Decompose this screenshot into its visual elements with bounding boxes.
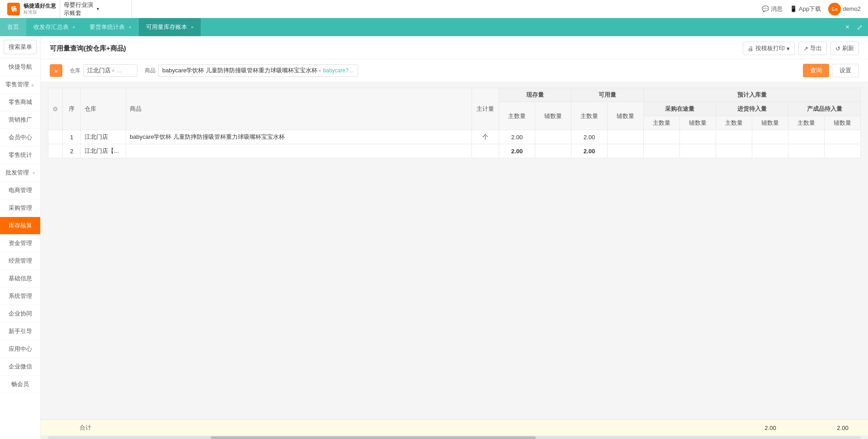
table-scrollbar[interactable]: [41, 435, 868, 439]
sidebar-item-vip-member[interactable]: 畅会员: [0, 376, 40, 393]
row2-unit: [472, 144, 499, 158]
tab-available-stock[interactable]: 可用量库存账本 ×: [139, 18, 201, 36]
col-available-header: 可用量: [571, 88, 644, 102]
table-settings-icon[interactable]: ⚙: [52, 105, 58, 113]
sidebar-item-enterprise-collab[interactable]: 企业协同: [0, 305, 40, 323]
sidebar-item-enterprise-wechat[interactable]: 企业微信: [0, 358, 40, 376]
tab-receive-pay-close[interactable]: ×: [72, 24, 75, 30]
col-inbound-main-header: 主数量: [716, 116, 752, 130]
purchase-mgmt-label: 采购管理: [9, 204, 32, 211]
row1-purchase-main: [644, 130, 680, 144]
product-tag-0: babycare学饮杯 儿童防摔防撞吸管杯重力球吸嘴杯宝宝水杯 ×: [162, 66, 321, 75]
app-download-label: App下载: [799, 5, 821, 13]
table-row: 2 江北门店【... 2.00 2.00: [48, 144, 861, 158]
template-print-label: 按模板打印: [755, 44, 785, 52]
sidebar-item-purchase-mgmt[interactable]: 采购管理: [0, 199, 40, 217]
brand-name: 畅捷通好生意: [24, 3, 56, 9]
sidebar-item-wholesale-mgmt[interactable]: 批发管理 ▾: [0, 164, 40, 182]
print-icon: 🖨: [748, 45, 754, 52]
sidebar-item-finance-mgmt[interactable]: 资金管理: [0, 235, 40, 252]
col-product-aux-header: 辅数量: [825, 116, 861, 130]
system-mgmt-label: 系统管理: [9, 293, 32, 299]
warehouse-more[interactable]: …: [116, 67, 122, 74]
col-product-main-header: 主数量: [788, 116, 825, 130]
row1-avail-main: 2.00: [571, 130, 608, 144]
wholesale-mgmt-arrow: ▾: [33, 170, 35, 175]
quick-nav-label: 快捷导航: [9, 63, 32, 70]
msg-icon: 💬: [762, 5, 769, 12]
warehouse-tag-text: 江北门店: [87, 66, 111, 75]
sidebar-item-retail-stats[interactable]: 零售统计: [0, 146, 40, 164]
msg-button[interactable]: 💬 消息: [762, 5, 783, 13]
chevron-down-icon: ▾: [97, 6, 128, 11]
col-product-header: 商品: [126, 88, 472, 130]
col-available-main-header: 主数量: [571, 102, 608, 130]
toggle-icon: »: [54, 67, 57, 74]
row2-avail-main: 2.00: [571, 144, 608, 158]
sidebar-item-system-mgmt[interactable]: 系统管理: [0, 288, 40, 305]
sidebar-item-retail-mall[interactable]: 零售商城: [0, 94, 40, 111]
warehouse-tag-remove[interactable]: ×: [112, 68, 114, 73]
col-stock-aux-header: 辅数量: [535, 102, 571, 130]
sidebar-item-retail-mgmt[interactable]: 零售管理 ▲: [0, 76, 40, 94]
expand-icon[interactable]: ⤢: [855, 21, 864, 33]
close-all-icon[interactable]: ×: [844, 21, 851, 33]
avatar: Ea: [828, 3, 841, 15]
col-warehouse-header: 仓库: [81, 88, 126, 130]
filter-toggle-button[interactable]: »: [50, 64, 62, 77]
scrollbar-thumb[interactable]: [211, 436, 536, 439]
refresh-button[interactable]: ↺ 刷新: [830, 42, 859, 55]
query-button[interactable]: 查询: [803, 64, 829, 77]
nav-tabs-right: × ⤢: [844, 21, 868, 33]
settings-button[interactable]: 设置: [832, 64, 859, 77]
industry-selector[interactable]: 母婴行业演示账套 ▾: [60, 0, 132, 19]
page-title: 可用量查询(按仓库+商品): [50, 44, 126, 53]
product-tag-remove[interactable]: ×: [318, 68, 321, 73]
row1-product: babycare学饮杯 儿童防摔防撞吸管杯重力球吸嘴杯宝宝水杯: [126, 130, 472, 144]
username: demo2: [843, 5, 861, 12]
tab-available-stock-label: 可用量库存账本: [146, 23, 187, 31]
sidebar-item-inventory-check[interactable]: 库存核算: [0, 217, 40, 235]
sidebar-item-member-center[interactable]: 会员中心: [0, 129, 40, 146]
refresh-icon: ↺: [835, 45, 840, 52]
main-layout: 搜索菜单 快捷导航 零售管理 ▲ 零售商城 营销推广 会员中心 零售统计 批发管…: [0, 36, 868, 439]
product-more[interactable]: babycare?…: [323, 67, 354, 74]
data-table: ⚙ 序 仓库 商品 主计量: [48, 88, 861, 158]
industry-selector-text: 母婴行业演示账套: [64, 1, 95, 17]
sidebar-item-new-guide[interactable]: 新手引导: [0, 323, 40, 340]
inventory-check-label: 库存核算: [9, 222, 32, 229]
tab-order-stats[interactable]: 要货单统计表 ×: [82, 18, 138, 36]
print-chevron-icon: ▾: [787, 45, 790, 52]
brand-text: 畅捷通好生意 标准版: [24, 3, 56, 14]
enterprise-collab-label: 企业协同: [9, 310, 32, 317]
export-button[interactable]: ↗ 导出: [798, 42, 827, 55]
row1-avail-aux: [608, 130, 644, 144]
sidebar-item-operations-mgmt[interactable]: 经营管理: [0, 252, 40, 270]
sidebar-item-app-center[interactable]: 应用中心: [0, 340, 40, 358]
template-print-button[interactable]: 🖨 按模板打印 ▾: [743, 42, 795, 55]
sidebar-item-ecommerce-mgmt[interactable]: 电商管理: [0, 182, 40, 199]
sidebar-item-quick-nav[interactable]: 快捷导航: [0, 58, 40, 76]
col-stock-header: 现存量: [499, 88, 571, 102]
user-profile[interactable]: Ea demo2: [828, 3, 861, 15]
col-product-pending-header: 产成品待入量: [788, 102, 861, 116]
product-filter-label: 商品: [145, 67, 156, 75]
row2-purchase-aux: [680, 144, 716, 158]
app-download-button[interactable]: 📱 App下载: [790, 5, 821, 13]
warehouse-filter-input[interactable]: 江北门店 × …: [83, 64, 137, 77]
table-container: ⚙ 序 仓库 商品 主计量: [41, 82, 868, 420]
tab-receive-pay[interactable]: 收发存汇总表 ×: [26, 18, 82, 36]
product-filter-input[interactable]: babycare学饮杯 儿童防摔防撞吸管杯重力球吸嘴杯宝宝水杯 × babyca…: [158, 64, 358, 77]
filter-actions-right: 查询 设置: [803, 64, 859, 77]
col-settings-header: ⚙: [48, 88, 63, 130]
scrollbar-track: [48, 436, 861, 439]
tab-available-stock-close[interactable]: ×: [191, 24, 193, 30]
sidebar-item-marketing[interactable]: 营销推广: [0, 111, 40, 129]
search-menu-button[interactable]: 搜索菜单: [4, 40, 37, 54]
sidebar-item-basic-info[interactable]: 基础信息: [0, 270, 40, 288]
footer-stock-aux: [788, 425, 825, 431]
tab-home[interactable]: 首页: [0, 18, 26, 36]
tab-order-stats-close[interactable]: ×: [128, 24, 131, 30]
row1-stock-aux: [535, 130, 571, 144]
table-footer: 合计 2.00 2.00: [41, 420, 868, 435]
